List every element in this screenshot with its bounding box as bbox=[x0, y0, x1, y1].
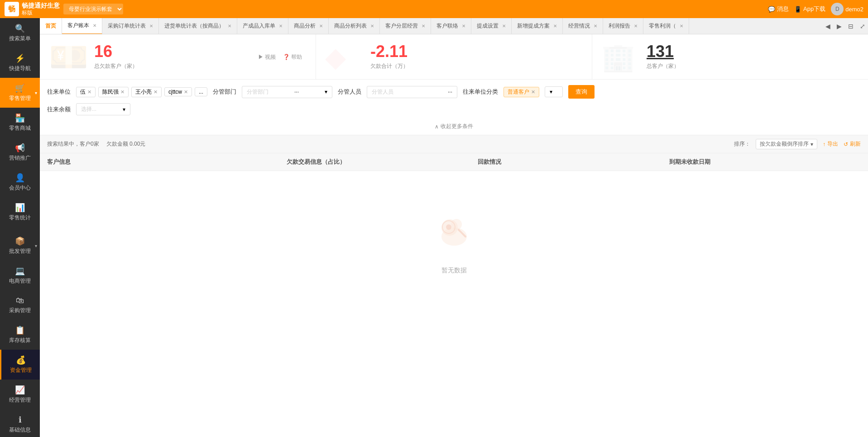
balance-filter-select[interactable]: 选择... ▾ bbox=[76, 103, 130, 115]
stat-info-1: 16 总欠款客户（家） bbox=[94, 43, 138, 70]
tab-home[interactable]: 首页 bbox=[40, 18, 62, 34]
collapse-button[interactable]: ∧ 收起更多条件 bbox=[47, 120, 861, 135]
tab-product-analysis-list[interactable]: 商品分析列表 ✕ bbox=[329, 18, 380, 34]
tab-next-btn[interactable]: ▶ bbox=[834, 23, 844, 30]
top-bar-right: 💬 消息 📱 App下载 D demo2 bbox=[768, 3, 863, 15]
tab-close-customer-ledger[interactable]: ✕ bbox=[93, 23, 96, 28]
empty-state-illustration bbox=[432, 207, 477, 261]
unit-tag-more[interactable]: ... bbox=[195, 87, 207, 96]
ops-icon: 📈 bbox=[0, 385, 40, 395]
main-area: 🔍 搜索菜单 ⚡ 快捷导航 🛒 零售管理 ▾ 🏪 零售商城 📢 营销推广 � bbox=[0, 18, 868, 437]
unit-filter-label: 往来单位 bbox=[47, 88, 71, 96]
tab-inbound-stats[interactable]: 进货单统计表（按商品） ✕ bbox=[159, 18, 237, 34]
app-download-btn[interactable]: 📱 App下载 bbox=[794, 5, 825, 13]
sort-chevron-down-icon: ▾ bbox=[810, 141, 813, 147]
sidebar-item-retailstat[interactable]: 📊 零售统计 bbox=[0, 197, 40, 227]
export-button[interactable]: ↑ 导出 bbox=[823, 140, 838, 148]
tab-close-customer-contact[interactable]: ✕ bbox=[462, 24, 465, 28]
stat-card-debt-customers: 💴 16 总欠款客户（家） ▶ 视频 ❓ 帮助 bbox=[40, 34, 316, 79]
sidebar-item-inventory[interactable]: 📋 库存核算 bbox=[0, 320, 40, 350]
person-filter-select[interactable]: 分管人员 ··· bbox=[367, 86, 457, 98]
video-label[interactable]: ▶ 视频 bbox=[258, 53, 276, 60]
retailshop-icon: 🏪 bbox=[0, 113, 40, 123]
stat-label-total-customers: 总客户（家） bbox=[647, 62, 679, 70]
tab-purchase-order-stats[interactable]: 采购订单统计表 ✕ bbox=[102, 18, 159, 34]
tab-customer-contact[interactable]: 客户联络 ✕ bbox=[431, 18, 471, 34]
stat-value-total-customers: 131 bbox=[647, 43, 679, 60]
sidebar-item-search[interactable]: 🔍 搜索菜单 bbox=[0, 18, 40, 48]
query-button[interactable]: 查询 bbox=[568, 85, 595, 99]
filter-row-1: 往来单位 伍 ✕ 陈民强 ✕ 王小亮 bbox=[47, 85, 861, 99]
dept-filter-select[interactable]: 分管部门 ··· ▾ bbox=[242, 86, 332, 98]
sidebar-item-finance[interactable]: 💰 资金管理 bbox=[0, 350, 40, 380]
table-col-repay-info: 回款情况 bbox=[478, 158, 669, 166]
home-tab-label: 首页 bbox=[45, 22, 56, 30]
unit-tag-chen-close[interactable]: ✕ bbox=[120, 89, 125, 95]
unit-type-more-select[interactable]: ▾ bbox=[545, 86, 563, 97]
user-area[interactable]: D demo2 bbox=[831, 3, 863, 15]
stat-bg-icon-2: ◆ bbox=[325, 41, 346, 73]
help-label[interactable]: ❓ 帮助 bbox=[283, 53, 302, 60]
phone-icon: 📱 bbox=[794, 6, 801, 13]
svg-point-2 bbox=[451, 219, 462, 230]
stat-value-debt-customers: 16 bbox=[94, 43, 138, 60]
sidebar-item-ops[interactable]: 📈 经营管理 bbox=[0, 380, 40, 409]
unit-tag-wang-close[interactable]: ✕ bbox=[153, 89, 158, 95]
unit-type-tags: 普通客户 ✕ bbox=[504, 87, 539, 97]
member-icon: 👤 bbox=[0, 173, 40, 183]
tab-customer-ledger[interactable]: 客户账本 ✕ bbox=[62, 18, 102, 34]
sidebar-item-marketing[interactable]: 📢 营销推广 bbox=[0, 138, 40, 167]
store-selector[interactable]: 母婴行业演示帐套 bbox=[63, 4, 123, 14]
ecom-icon: 💻 bbox=[0, 266, 40, 276]
unit-tag-cjttcw-close[interactable]: ✕ bbox=[184, 89, 188, 95]
tab-close-production[interactable]: ✕ bbox=[279, 24, 283, 28]
sidebar-item-retail[interactable]: 🛒 零售管理 ▾ bbox=[0, 78, 40, 108]
tab-menu-btn[interactable]: ⊟ bbox=[845, 23, 856, 30]
tab-close-product-list[interactable]: ✕ bbox=[370, 24, 374, 28]
tab-close-retail-profit[interactable]: ✕ bbox=[680, 24, 683, 28]
tab-retail-profit[interactable]: 零售利润（ ✕ bbox=[643, 18, 689, 34]
sidebar-item-wholesale[interactable]: 📦 批发管理 ▾ bbox=[0, 231, 40, 261]
tab-close-improve-settings[interactable]: ✕ bbox=[502, 24, 506, 28]
tab-prev-btn[interactable]: ◀ bbox=[823, 23, 833, 30]
table-col-debt-info: 欠款交易信息（占比） bbox=[287, 158, 478, 166]
unit-type-tag-close[interactable]: ✕ bbox=[531, 89, 535, 95]
sidebar-item-basic[interactable]: ℹ 基础信息 bbox=[0, 409, 40, 437]
sort-label: 排序： bbox=[734, 140, 750, 148]
tab-improve-settings[interactable]: 提成设置 ✕ bbox=[471, 18, 512, 34]
tab-production-inbound[interactable]: 产成品入库单 ✕ bbox=[237, 18, 288, 34]
basic-icon: ℹ bbox=[0, 415, 40, 425]
tab-customer-layer[interactable]: 客户分层经营 ✕ bbox=[380, 18, 431, 34]
tab-close-inbound[interactable]: ✕ bbox=[228, 24, 231, 28]
unit-type-filter-label: 往来单位分类 bbox=[463, 88, 498, 96]
refresh-button[interactable]: ↺ 刷新 bbox=[844, 140, 861, 148]
sort-select[interactable]: 按欠款金额倒序排序 ▾ bbox=[756, 139, 817, 149]
dept-select-placeholder: 分管部门 bbox=[247, 88, 269, 96]
tab-profit-report[interactable]: 利润报告 ✕ bbox=[603, 18, 643, 34]
stat-bg-icon-3: 🏢 bbox=[601, 41, 635, 73]
sidebar-item-retailshop[interactable]: 🏪 零售商城 bbox=[0, 108, 40, 138]
tab-close-product-analysis[interactable]: ✕ bbox=[319, 24, 323, 28]
tab-bar: 首页 客户账本 ✕ 采购订单统计表 ✕ 进货单统计表（按商品） ✕ 产成品入库单… bbox=[40, 18, 868, 34]
sidebar-item-quicknav[interactable]: ⚡ 快捷导航 bbox=[0, 48, 40, 78]
tab-product-analysis[interactable]: 商品分析 ✕ bbox=[288, 18, 329, 34]
sidebar-item-purchase[interactable]: 🛍 采购管理 bbox=[0, 290, 40, 320]
tab-close-profit-report[interactable]: ✕ bbox=[634, 24, 638, 28]
sidebar-item-member[interactable]: 👤 会员中心 bbox=[0, 167, 40, 197]
tab-ops-status[interactable]: 经营情况 ✕ bbox=[563, 18, 603, 34]
tab-close-ops-status[interactable]: ✕ bbox=[594, 24, 597, 28]
tab-new-improve-plan[interactable]: 新增提成方案 ✕ bbox=[512, 18, 563, 34]
logo-area: 畅 畅捷通好生意 标版 bbox=[5, 1, 60, 17]
unit-tag-wu-close[interactable]: ✕ bbox=[87, 89, 91, 95]
tab-close-new-improve[interactable]: ✕ bbox=[553, 24, 557, 28]
dept-filter-label: 分管部门 bbox=[213, 88, 236, 96]
tab-maximize-btn[interactable]: ⤢ bbox=[857, 23, 868, 30]
stat-label-debt-customers: 总欠款客户（家） bbox=[94, 62, 138, 70]
search-icon: 🔍 bbox=[0, 24, 40, 33]
sidebar-item-ecom[interactable]: 💻 电商管理 bbox=[0, 261, 40, 290]
sort-value: 按欠款金额倒序排序 bbox=[760, 140, 809, 148]
tab-close-customer-layer[interactable]: ✕ bbox=[422, 24, 425, 28]
tab-close-purchase-order[interactable]: ✕ bbox=[149, 24, 153, 28]
message-icon: 💬 bbox=[768, 6, 775, 13]
message-btn[interactable]: 💬 消息 bbox=[768, 5, 789, 13]
